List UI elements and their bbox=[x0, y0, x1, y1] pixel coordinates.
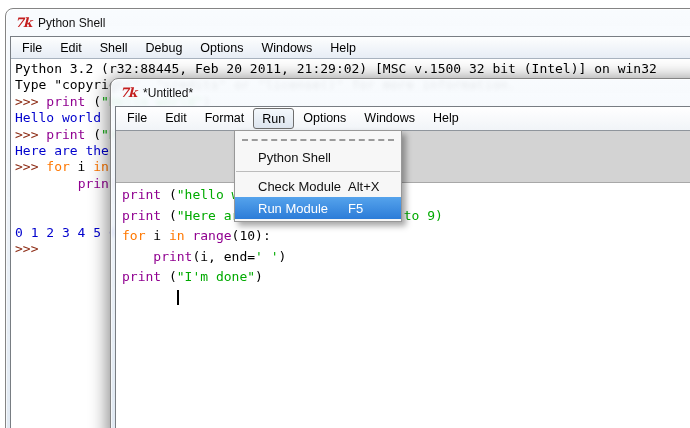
code-token: >>> bbox=[15, 159, 46, 174]
code-token bbox=[122, 249, 153, 264]
menu-separator bbox=[236, 171, 400, 172]
run-menu-dropdown: Python ShellCheck ModuleAlt+XRun ModuleF… bbox=[234, 130, 402, 222]
text-cursor bbox=[177, 290, 179, 305]
menu-file[interactable]: File bbox=[118, 107, 156, 130]
code-token: >>> bbox=[15, 241, 38, 256]
code-token: print bbox=[122, 269, 161, 284]
menu-help[interactable]: Help bbox=[321, 37, 365, 58]
shell-window-title: Python Shell bbox=[38, 16, 105, 30]
editor-text-area[interactable]: print ("hello world")print ("Here are th… bbox=[116, 183, 690, 309]
shell-menubar: FileEditShellDebugOptionsWindowsHelp bbox=[11, 37, 690, 59]
code-token: Hello world bbox=[15, 110, 101, 125]
code-token: >>> bbox=[15, 127, 46, 142]
menu-item-check-module[interactable]: Check ModuleAlt+X bbox=[235, 175, 401, 197]
code-token: print bbox=[122, 208, 161, 223]
code-token: print bbox=[46, 127, 85, 142]
menu-item-label: Python Shell bbox=[258, 150, 348, 165]
code-line: print ("Here are the numbers from 0 to 9… bbox=[122, 206, 690, 227]
code-token: range bbox=[192, 228, 231, 243]
menu-options[interactable]: Options bbox=[294, 107, 355, 130]
code-token: (i, end= bbox=[192, 249, 255, 264]
menu-options[interactable]: Options bbox=[191, 37, 252, 58]
menu-item-run-module[interactable]: Run ModuleF5 bbox=[235, 197, 401, 219]
menu-run[interactable]: Run bbox=[253, 108, 294, 129]
code-token: i bbox=[145, 228, 168, 243]
code-token bbox=[15, 176, 78, 191]
menu-item-label: Check Module bbox=[258, 179, 348, 194]
code-token: print bbox=[153, 249, 192, 264]
code-token: ( bbox=[161, 187, 177, 202]
code-line: print ("I'm done") bbox=[122, 267, 690, 288]
tk-icon: 7k bbox=[120, 86, 136, 99]
code-token: Python 3.2 (r32:88445, Feb 20 2011, 21:2… bbox=[15, 61, 657, 76]
code-token bbox=[122, 290, 177, 305]
editor-client-area: FileEditFormatRunOptionsWindowsHelp prin… bbox=[115, 106, 690, 428]
tk-icon: 7k bbox=[15, 16, 31, 29]
code-token: ( bbox=[161, 208, 177, 223]
menu-format[interactable]: Format bbox=[196, 107, 254, 130]
code-token: ( bbox=[161, 269, 177, 284]
code-token: i bbox=[70, 159, 93, 174]
menu-shell[interactable]: Shell bbox=[91, 37, 137, 58]
menu-help[interactable]: Help bbox=[424, 107, 468, 130]
code-token: ( bbox=[85, 127, 101, 142]
menu-edit[interactable]: Edit bbox=[51, 37, 91, 58]
menu-file[interactable]: File bbox=[13, 37, 51, 58]
code-line: print(i, end=' ') bbox=[122, 247, 690, 268]
editor-toolbar-band bbox=[116, 131, 690, 183]
editor-titlebar[interactable]: 7k *Untitled* bbox=[111, 79, 690, 106]
code-token: in bbox=[93, 159, 109, 174]
code-token: ) bbox=[255, 269, 263, 284]
editor-menubar: FileEditFormatRunOptionsWindowsHelp bbox=[116, 107, 690, 131]
code-token: >>> bbox=[15, 94, 46, 109]
menu-item-accelerator: F5 bbox=[348, 201, 363, 216]
code-line bbox=[122, 288, 690, 309]
menu-item-label: Run Module bbox=[258, 201, 348, 216]
shell-titlebar[interactable]: 7k Python Shell bbox=[6, 9, 690, 36]
code-line: for i in range(10): bbox=[122, 226, 690, 247]
code-token: for bbox=[46, 159, 69, 174]
code-token: ' ' bbox=[255, 249, 278, 264]
code-token: print bbox=[122, 187, 161, 202]
code-token: print bbox=[46, 94, 85, 109]
menu-debug[interactable]: Debug bbox=[137, 37, 192, 58]
menu-windows[interactable]: Windows bbox=[355, 107, 424, 130]
code-token: (10): bbox=[232, 228, 271, 243]
code-line: print ("hello world") bbox=[122, 185, 690, 206]
code-token: ) bbox=[279, 249, 287, 264]
code-token: for bbox=[122, 228, 145, 243]
code-line: Python 3.2 (r32:88445, Feb 20 2011, 21:2… bbox=[15, 61, 690, 77]
tearoff-handle[interactable] bbox=[242, 134, 394, 141]
code-token: "I'm done" bbox=[177, 269, 255, 284]
menu-windows[interactable]: Windows bbox=[252, 37, 321, 58]
code-token: in bbox=[169, 228, 185, 243]
code-token: ( bbox=[85, 94, 101, 109]
editor-window-title: *Untitled* bbox=[143, 86, 193, 100]
menu-edit[interactable]: Edit bbox=[156, 107, 196, 130]
menu-item-accelerator: Alt+X bbox=[348, 179, 379, 194]
menu-item-python-shell[interactable]: Python Shell bbox=[235, 146, 401, 168]
